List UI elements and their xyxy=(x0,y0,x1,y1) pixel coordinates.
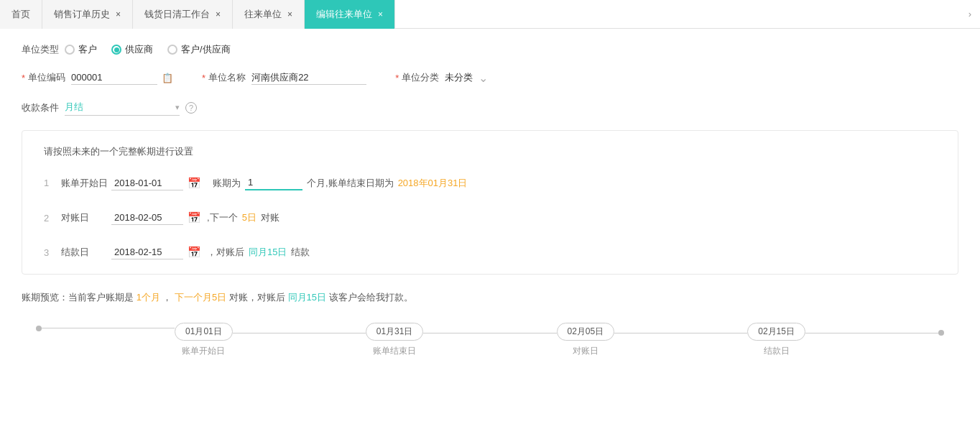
timeline-segment-2 xyxy=(233,323,366,334)
unit-code-input[interactable] xyxy=(71,70,157,85)
close-cash-work[interactable]: × xyxy=(216,9,221,19)
settings-section: 请按照未来的一个完整帐期进行设置 1 账单开始日 📅 账期为 个月,账单结束日期… xyxy=(22,130,958,275)
section-title: 请按照未来的一个完整帐期进行设置 xyxy=(44,145,936,158)
required-star-code: * xyxy=(22,73,25,83)
period-unit: 个月,账单结束日期为 xyxy=(307,177,394,190)
unit-name-input[interactable] xyxy=(251,70,366,85)
radio-both[interactable]: 客户/供应商 xyxy=(167,43,231,56)
tab-partner-unit[interactable]: 往来单位 × xyxy=(233,0,305,29)
timeline-start-dot xyxy=(36,323,42,331)
node-1-label: 账单开始日 xyxy=(182,345,225,357)
setting-row-2: 2 对账日 📅 ,下一个 5日 对账 xyxy=(44,211,936,225)
category-value: 未分类 xyxy=(445,71,473,84)
reconcile-date-input[interactable] xyxy=(111,211,183,225)
row-label-3: 结款日 xyxy=(61,246,111,259)
payment-dropdown-arrow: ▾ xyxy=(175,103,180,112)
tab-edit-partner[interactable]: 编辑往来单位 × xyxy=(305,0,395,29)
copy-icon[interactable]: 📋 xyxy=(162,73,173,83)
unit-info-row: * 单位编码 📋 * 单位名称 * 单位分类 未分类 ⌄ xyxy=(22,70,958,85)
row-num-1: 1 xyxy=(44,178,61,188)
tab-more-button[interactable]: › xyxy=(960,9,980,19)
node-3-date: 02月05日 xyxy=(557,323,615,341)
preview-text: 账期预览：当前客户账期是 1个月 ， 下一个月5日 对账，对账后 同月15日 该… xyxy=(22,289,958,305)
timeline-segment-4 xyxy=(614,323,747,334)
start-date-input[interactable] xyxy=(111,176,183,190)
timeline-segment-1 xyxy=(42,323,175,328)
node-3-label: 对账日 xyxy=(573,345,598,357)
timeline-node-3: 02月05日 对账日 xyxy=(557,323,615,357)
setting-row-1: 1 账单开始日 📅 账期为 个月,账单结束日期为 2018年01月31日 xyxy=(44,175,936,190)
close-edit-partner[interactable]: × xyxy=(378,9,383,19)
preview-sep2: 对账，对账后 xyxy=(229,292,285,303)
calendar-icon-1[interactable]: 📅 xyxy=(188,177,201,190)
tab-home[interactable]: 首页 xyxy=(0,0,42,29)
unit-type-radio-group: 客户 供应商 客户/供应商 xyxy=(65,43,231,56)
node-4-date: 02月15日 xyxy=(747,323,805,341)
required-star-category: * xyxy=(395,73,399,83)
radio-customer[interactable]: 客户 xyxy=(65,43,97,56)
category-dropdown-arrow[interactable]: ⌄ xyxy=(479,71,488,85)
timeline-node-4: 02月15日 结款日 xyxy=(747,323,805,357)
payment-date-input[interactable] xyxy=(111,245,183,259)
help-icon[interactable]: ? xyxy=(185,102,197,114)
timeline: 01月01日 账单开始日 01月31日 账单结束日 02月05日 对账日 02月… xyxy=(22,323,958,357)
timeline-line-1 xyxy=(42,328,175,328)
preview-suffix: 该客户会给我打款。 xyxy=(329,292,413,303)
unit-type-row: 单位类型 客户 供应商 客户/供应商 xyxy=(22,43,958,56)
radio-circle-both xyxy=(167,45,177,55)
radio-label-customer: 客户 xyxy=(78,43,97,56)
timeline-line-5 xyxy=(805,333,938,334)
calendar-icon-3[interactable]: 📅 xyxy=(188,246,201,259)
calendar-icon-2[interactable]: 📅 xyxy=(188,211,201,224)
timeline-end-dot xyxy=(938,323,944,336)
timeline-node-1: 01月01日 账单开始日 xyxy=(175,323,233,357)
payment-desc-highlight: 同月15日 xyxy=(249,246,287,259)
required-star-name: * xyxy=(202,73,205,83)
preview-part2: 下一个月5日 xyxy=(175,292,226,303)
reconcile-desc-highlight: 5日 xyxy=(242,211,256,224)
radio-circle-supplier xyxy=(111,45,121,55)
close-partner-unit[interactable]: × xyxy=(287,9,292,19)
timeline-dot-start xyxy=(36,326,42,331)
preview-part3: 同月15日 xyxy=(288,292,326,303)
tab-sales-history[interactable]: 销售订单历史 × xyxy=(42,0,133,29)
category-select[interactable]: 未分类 ⌄ xyxy=(445,71,488,85)
preview-prefix: 账期预览：当前客户账期是 xyxy=(22,292,134,303)
tab-cash-work[interactable]: 钱货日清工作台 × xyxy=(133,0,233,29)
payment-row: 收款条件 月结 ▾ ? xyxy=(22,99,958,116)
setting-row-3: 3 结款日 📅 ，对账后 同月15日 结款 xyxy=(44,245,936,259)
timeline-line-4 xyxy=(614,333,747,334)
radio-supplier[interactable]: 供应商 xyxy=(111,43,153,56)
radio-circle-customer xyxy=(65,45,75,55)
node-4-label: 结款日 xyxy=(764,345,790,357)
node-1-date: 01月01日 xyxy=(175,323,233,341)
reconcile-desc-suffix: 对账 xyxy=(261,211,279,224)
radio-label-both: 客户/供应商 xyxy=(181,43,231,56)
node-2-date: 01月31日 xyxy=(366,323,424,341)
unit-name-group: * 单位名称 xyxy=(202,70,366,85)
unit-category-label: 单位分类 xyxy=(402,71,439,84)
unit-category-group: * 单位分类 未分类 ⌄ xyxy=(395,71,488,85)
payment-desc-prefix: ，对账后 xyxy=(207,246,244,259)
tabs-bar: 首页 销售订单历史 × 钱货日清工作台 × 往来单位 × 编辑往来单位 × › xyxy=(0,0,980,29)
timeline-line-2 xyxy=(233,333,366,334)
reconcile-desc-prefix: ,下一个 xyxy=(207,211,238,224)
preview-section: 账期预览：当前客户账期是 1个月 ， 下一个月5日 对账，对账后 同月15日 该… xyxy=(22,289,958,357)
payment-desc-suffix: 结款 xyxy=(291,246,310,259)
unit-code-label: 单位编码 xyxy=(28,71,65,84)
payment-select[interactable]: 月结 ▾ xyxy=(65,99,180,116)
unit-name-label: 单位名称 xyxy=(208,71,246,84)
period-input[interactable] xyxy=(245,175,302,190)
timeline-node-2: 01月31日 账单结束日 xyxy=(366,323,424,357)
unit-type-label: 单位类型 xyxy=(22,43,59,56)
preview-sep1: ， xyxy=(162,292,172,303)
close-sales-history[interactable]: × xyxy=(116,9,121,19)
timeline-segment-5 xyxy=(805,323,938,334)
preview-part1: 1个月 xyxy=(137,292,160,303)
timeline-dot-end xyxy=(938,330,944,336)
node-2-label: 账单结束日 xyxy=(373,345,416,357)
timeline-line-3 xyxy=(423,333,556,334)
radio-label-supplier: 供应商 xyxy=(125,43,153,56)
row-label-1: 账单开始日 xyxy=(61,177,111,190)
row-label-2: 对账日 xyxy=(61,211,111,224)
